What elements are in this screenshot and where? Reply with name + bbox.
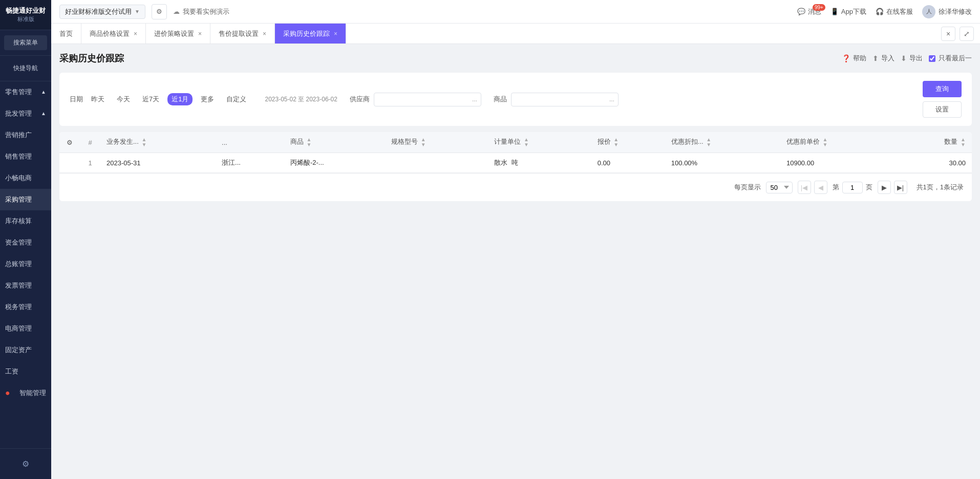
import-button[interactable]: ⬆ 导入 [872,54,894,63]
filter-settings-button[interactable]: 设置 [923,101,962,118]
pagination-nav: |◀ ◀ [798,181,827,194]
tab-product-price[interactable]: 商品价格设置 × [81,24,146,43]
sidebar-item-ecommerce-small[interactable]: 小畅电商 [0,167,51,189]
sidebar-item-retail[interactable]: 零售管理 ▲ [0,81,51,103]
th-spec[interactable]: 规格型号 ▲▼ [385,132,488,153]
online-service-button[interactable]: 🎧 在线客服 [876,7,913,16]
export-button[interactable]: ⬇ 导出 [901,54,923,63]
topbar-right: 💬 消息 99+ 📱 App下载 🎧 在线客服 人 徐泽华修改 [797,5,972,18]
date-btn-more[interactable]: 更多 [197,93,218,105]
last-page-button[interactable]: ▶| [894,181,907,194]
th-unit[interactable]: 计量单位 ▲▼ [488,132,591,153]
product-dots[interactable]: ... [609,96,614,103]
close-icon[interactable]: × [134,30,137,37]
th-product[interactable]: 商品 ▲▼ [284,132,385,153]
settings-icon[interactable]: ⚙ [0,455,51,473]
sort-icon: ▲▼ [961,137,966,147]
sidebar-item-marketing[interactable]: 营销推广 [0,124,51,146]
row-num: 1 [80,153,100,173]
sidebar-item-label: 智能管理 [19,388,46,398]
sidebar-item-finance[interactable]: 资金管理 [0,232,51,253]
tab-home[interactable]: 首页 [51,24,81,43]
date-range-buttons: 昨天 今天 近7天 近1月 更多 自定义 [87,93,250,105]
query-button[interactable]: 查询 [923,81,962,97]
import-label: 导入 [881,54,894,63]
th-qty[interactable]: 数量 ▲▼ [898,132,972,153]
sidebar-item-label: 税务管理 [5,302,32,312]
th-num: # [80,132,100,153]
row-spec [385,153,488,173]
sidebar-item-invoice[interactable]: 发票管理 [0,275,51,296]
tab-price-extract[interactable]: 售价提取设置 × [210,24,275,43]
only-last-input[interactable] [929,55,935,62]
sidebar-item-sales[interactable]: 销售管理 [0,146,51,167]
page-input[interactable] [842,182,863,193]
th-pre-price-label: 优惠前单价 [786,138,820,145]
quick-nav-button[interactable]: 快捷导航 [0,60,51,77]
sidebar-item-ledger[interactable]: 总账管理 [0,253,51,275]
close-icon[interactable]: × [334,30,337,37]
sort-icon: ▲▼ [524,137,529,147]
th-product-label: 商品 [290,138,304,145]
tab-label: 进价策略设置 [154,29,194,38]
sidebar-item-label: 发票管理 [5,281,32,290]
prev-page-button[interactable]: ◀ [814,181,827,194]
date-range-text: 2023-05-02 至 2023-06-02 [265,95,337,104]
demo-button[interactable]: ☁ 我要看实例演示 [173,7,229,16]
maximize-tab-button[interactable]: ⤢ [960,27,974,41]
dot-icon: ● [5,388,10,398]
page-header: 采购历史价跟踪 ❓ 帮助 ⬆ 导入 ⬇ 导出 只看最后一 [59,52,972,64]
topbar-settings-button[interactable]: ⚙ [152,4,167,19]
date-btn-custom[interactable]: 自定义 [222,93,250,105]
messages-button[interactable]: 💬 消息 99+ [797,7,821,16]
next-page-button[interactable]: ▶ [878,181,891,194]
date-btn-1month[interactable]: 近1月 [167,93,193,105]
sidebar-item-tax[interactable]: 税务管理 [0,296,51,318]
tab-purchase-history[interactable]: 采购历史价跟踪 × [275,24,346,43]
th-discount[interactable]: 优惠折扣... ▲▼ [665,132,780,153]
th-pre-price[interactable]: 优惠前单价 ▲▼ [780,132,898,153]
sidebar-item-inventory[interactable]: 库存核算 [0,210,51,232]
sidebar-item-assets[interactable]: 固定资产 [0,339,51,361]
th-unit-label: 计量单位 [494,138,521,145]
close-icon[interactable]: × [263,30,266,37]
th-gear[interactable]: ⚙ [59,132,80,153]
user-menu[interactable]: 人 徐泽华修改 [922,5,972,18]
date-btn-today[interactable]: 今天 [113,93,134,105]
th-date[interactable]: 业务发生... ▲▼ [100,132,216,153]
sidebar-item-label: 采购管理 [5,195,32,204]
sidebar-item-purchase[interactable]: 采购管理 [0,189,51,210]
close-icon[interactable]: × [198,30,202,37]
sidebar-item-smart[interactable]: ● 智能管理 [0,382,51,404]
page-prefix-label: 第 [833,183,839,192]
help-label: 帮助 [853,54,866,63]
tab-purchase-strategy[interactable]: 进价策略设置 × [146,24,210,43]
logo-title: 畅捷通好业财 [4,6,47,15]
sidebar-item-ecommerce[interactable]: 电商管理 [0,318,51,339]
product-input-wrap: ... [511,93,619,106]
version-selector[interactable]: 好业财标准版交付试用 ▼ [59,5,145,19]
sidebar-item-wholesale[interactable]: 批发管理 ▲ [0,103,51,124]
per-page-select[interactable]: 50 10 20 100 [766,182,793,193]
tab-label: 售价提取设置 [219,29,259,38]
sidebar-item-payroll[interactable]: 工资 [0,361,51,382]
first-page-button[interactable]: |◀ [798,181,811,194]
search-menu-button[interactable]: 搜索菜单 [4,35,47,50]
tab-label: 采购历史价跟踪 [283,29,330,38]
row-discount: 100.00% [665,153,780,173]
close-tab-button[interactable]: × [941,27,955,41]
date-btn-7days[interactable]: 近7天 [138,93,163,105]
supplier-dots[interactable]: ... [472,96,477,103]
chevron-icon: ▲ [41,89,46,95]
supplier-input[interactable] [374,93,481,106]
app-download-label: App下载 [841,7,866,16]
row-unit: 散水 吨 [488,153,591,173]
product-input[interactable] [511,93,619,106]
help-button[interactable]: ❓ 帮助 [842,54,866,63]
th-extra[interactable]: ... [216,132,284,153]
quick-nav-section: 快捷导航 [0,56,51,81]
only-last-checkbox[interactable]: 只看最后一 [929,54,972,63]
date-btn-yesterday[interactable]: 昨天 [87,93,109,105]
th-price[interactable]: 报价 ▲▼ [591,132,665,153]
app-download-button[interactable]: 📱 App下载 [830,7,866,16]
